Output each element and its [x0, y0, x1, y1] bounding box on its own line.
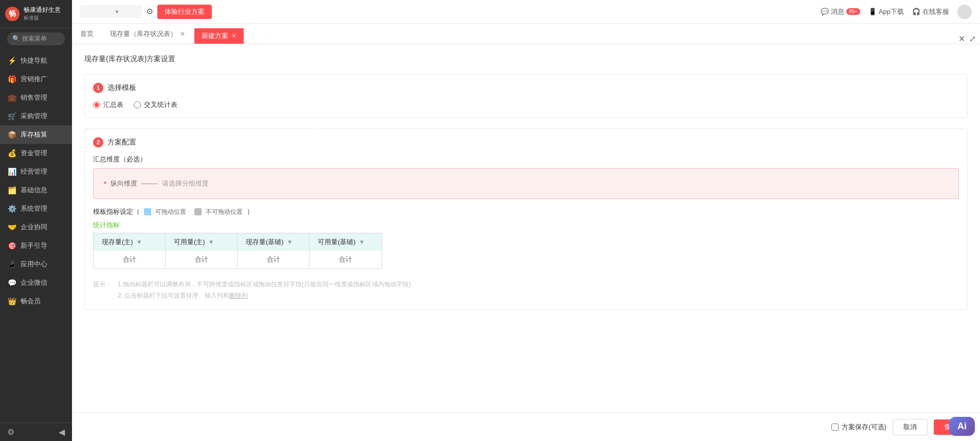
dimension-required-area[interactable]: * 纵向维度 —— 请选择分组维度 — [93, 168, 959, 199]
online-service-btn[interactable]: 🎧 在线客服 — [912, 7, 949, 16]
col-chevron-1[interactable]: ▼ — [208, 238, 214, 246]
expand-icon[interactable]: ⤢ — [969, 34, 976, 44]
sidebar-item-label: 畅会员 — [21, 297, 41, 306]
tab-new-plan[interactable]: 新建方案 ✕ — [194, 28, 244, 44]
stats-section: 统计指标 现存量(主) ▼ 可用量(主) ▼ — [93, 220, 959, 269]
radio-summary-input[interactable] — [93, 101, 100, 108]
stats-table-header: 现存量(主) ▼ 可用量(主) ▼ 现存量(基辅) ▼ — [94, 233, 382, 251]
app-name: 畅康通好生意 — [24, 6, 61, 14]
sidebar-item-label: 营销推广 — [21, 75, 47, 84]
settings-icon[interactable]: ⚙ — [7, 427, 14, 437]
sidebar-item-member[interactable]: 👑 畅会员 — [0, 292, 72, 310]
member-icon: 👑 — [7, 297, 16, 306]
indicator-settings: 模板指标设定（ 可拖动位置 不可拖动位置 ） 统计指标 现 — [93, 207, 959, 301]
sidebar-search-box[interactable]: 🔍 搜索菜单 — [7, 32, 65, 45]
col-label-0: 现存量(主) — [102, 237, 133, 247]
sidebar-item-basic[interactable]: 🗂️ 基础信息 — [0, 181, 72, 199]
col-label-3: 可用量(基辅) — [318, 237, 356, 247]
message-icon: 💬 — [821, 8, 829, 15]
main-area: ▼ ⚙ 体验行业方案 💬 消息 99+ 📱 App下载 🎧 在线客服 首页 — [72, 0, 980, 441]
close-panel-icon[interactable]: ✕ — [958, 34, 965, 44]
sidebar-item-label: 资金管理 — [21, 149, 47, 158]
gear-icon[interactable]: ⚙ — [146, 7, 153, 16]
sidebar-logo: 畅 畅康通好生意 标准版 — [0, 0, 72, 28]
save-checkbox[interactable] — [831, 424, 839, 431]
tab-inventory-close-icon[interactable]: ✕ — [180, 30, 185, 38]
required-star: * — [104, 180, 106, 188]
sidebar-item-label: 库存核算 — [21, 130, 47, 139]
sidebar-item-finance[interactable]: 💰 资金管理 — [0, 144, 72, 162]
chevron-down-icon: ▼ — [114, 9, 120, 15]
marketing-icon: 🎁 — [7, 75, 16, 84]
sidebar-item-sales[interactable]: 💼 销售管理 — [0, 88, 72, 107]
app-download-label: App下载 — [879, 7, 904, 16]
sidebar-item-appstore[interactable]: 📱 应用中心 — [0, 255, 72, 273]
sidebar-item-operation[interactable]: 📊 经营管理 — [0, 162, 72, 181]
col-chevron-3[interactable]: ▼ — [359, 238, 365, 246]
col-chevron-2[interactable]: ▼ — [287, 238, 293, 246]
stats-table: 现存量(主) ▼ 可用量(主) ▼ 现存量(基辅) ▼ — [93, 233, 382, 269]
tab-inventory-status[interactable]: 现存量（库存状况表） ✕ — [102, 25, 193, 44]
tip-1: 提示： 1.拖动标题栏可以调整布局，不可跨维度或指标区域拖动任意目字段(只能在同… — [93, 279, 959, 290]
appstore-icon: 📱 — [7, 260, 16, 269]
sidebar-item-guide[interactable]: 🎯 新手引导 — [0, 236, 72, 255]
radio-cross[interactable]: 交叉统计表 — [134, 100, 177, 109]
sidebar-item-marketing[interactable]: 🎁 营销推广 — [0, 70, 72, 88]
radio-summary[interactable]: 汇总表 — [93, 100, 123, 109]
sidebar-item-system[interactable]: ⚙️ 系统管理 — [0, 199, 72, 218]
dimension-placeholder[interactable]: 请选择分组维度 — [162, 179, 209, 188]
search-icon: 🔍 — [12, 35, 20, 42]
app-download-btn[interactable]: 📱 App下载 — [868, 7, 904, 16]
tab-new-close-icon[interactable]: ✕ — [231, 32, 237, 40]
tab-new-plan-label: 新建方案 — [202, 31, 228, 41]
sidebar-item-purchase[interactable]: 🛒 采购管理 — [0, 107, 72, 125]
indicator-label-row: 模板指标设定（ 可拖动位置 不可拖动位置 ） — [93, 207, 959, 216]
header-right: 💬 消息 99+ 📱 App下载 🎧 在线客服 — [821, 5, 972, 19]
system-icon: ⚙️ — [7, 204, 16, 213]
sidebar-item-wechat[interactable]: 💬 企业微信 — [0, 273, 72, 292]
user-avatar[interactable] — [957, 5, 972, 19]
dimension-label: 汇总维度（必选） — [93, 155, 959, 164]
tips-section: 提示： 1.拖动标题栏可以调整布局，不可跨维度或指标区域拖动任意目字段(只能在同… — [93, 279, 959, 301]
col-body-0: 合计 — [94, 251, 166, 268]
col-header-0: 现存量(主) ▼ — [94, 233, 166, 251]
cancel-button[interactable]: 取消 — [893, 419, 928, 435]
col-label-1: 可用量(主) — [174, 237, 205, 247]
sidebar-item-label: 企业协同 — [21, 223, 47, 232]
header-search-box[interactable]: ▼ — [80, 5, 142, 18]
dimension-section: 汇总维度（必选） * 纵向维度 —— 请选择分组维度 — [93, 155, 959, 199]
message-btn[interactable]: 💬 消息 99+ — [821, 7, 860, 16]
message-badge: 99+ — [846, 8, 860, 15]
header-left: ▼ ⚙ 体验行业方案 — [80, 5, 212, 19]
step2-header: 2 方案配置 — [93, 137, 959, 148]
col-header-3: 可用量(基辅) ▼ — [310, 233, 382, 251]
sidebar-item-inventory[interactable]: 📦 库存核算 — [0, 125, 72, 144]
sidebar-search-area[interactable]: 🔍 搜索菜单 — [0, 28, 72, 49]
content-area: 现存量(库存状况表)方案设置 1 选择模板 汇总表 交叉统计表 — [72, 44, 980, 441]
save-option: 方案保存(可选) — [831, 422, 886, 432]
col-chevron-0[interactable]: ▼ — [136, 238, 142, 246]
sidebar: 畅 畅康通好生意 标准版 🔍 搜索菜单 ⚡ 快捷导航 🎁 营销推广 💼 销售管理… — [0, 0, 72, 441]
shortcut-icon: ⚡ — [7, 56, 16, 65]
step2-title: 方案配置 — [107, 138, 136, 147]
sidebar-item-contract[interactable]: 🤝 企业协同 — [0, 218, 72, 236]
delete-col-link[interactable]: 删除列 — [229, 292, 248, 299]
sidebar-search-label: 搜索菜单 — [22, 34, 47, 43]
indicator-label-close: ） — [247, 207, 253, 216]
tip-2: 2. 点击标题栏下拉可设置排序、插入列和删除列 — [93, 290, 959, 302]
online-service-label: 在线客服 — [922, 7, 949, 16]
tab-home[interactable]: 首页 — [72, 25, 102, 44]
stats-table-body: 合计 合计 合计 合计 — [94, 251, 382, 268]
sidebar-bottom: ⚙ ◀ — [0, 422, 72, 441]
purchase-icon: 🛒 — [7, 112, 16, 121]
collapse-icon[interactable]: ◀ — [59, 427, 65, 437]
step2-section: 2 方案配置 汇总维度（必选） * 纵向维度 —— 请选择分组维度 — [84, 128, 968, 310]
bottom-bar: 方案保存(可选) 取消 查询 — [72, 412, 980, 441]
sidebar-item-shortcut[interactable]: ⚡ 快捷导航 — [0, 51, 72, 70]
download-icon: 📱 — [868, 8, 877, 15]
nondraggable-badge — [194, 208, 202, 215]
col-body-3: 合计 — [310, 251, 382, 268]
radio-cross-input[interactable] — [134, 101, 141, 108]
trial-btn[interactable]: 体验行业方案 — [157, 5, 212, 19]
ai-bubble[interactable]: Ai — [949, 417, 975, 436]
